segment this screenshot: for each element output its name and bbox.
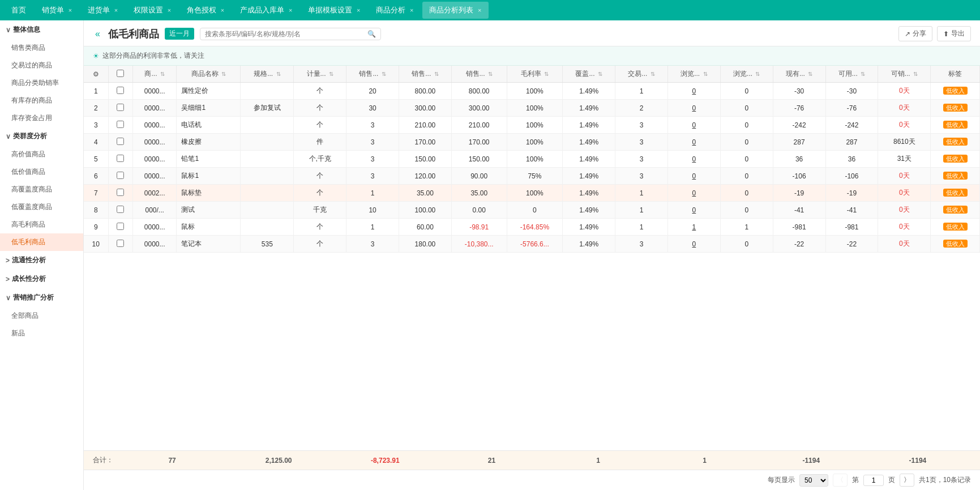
browse-link[interactable]: 0 [692,206,696,214]
close-icon[interactable]: × [410,7,413,14]
row-select-checkbox[interactable] [117,223,124,230]
nav-permissions[interactable]: 权限设置 × [127,2,178,19]
nav-purchase[interactable]: 进货单 × [81,2,125,19]
per-page-select[interactable]: 50 100 200 [799,474,828,487]
sidebar-item-all-goods[interactable]: 全部商品 [0,307,83,325]
row-browse-link[interactable]: 0 [667,100,720,117]
row-checkbox[interactable] [108,100,132,117]
row-checkbox[interactable] [108,236,132,253]
sidebar-item-category-rate[interactable]: 商品分类助销率 [0,74,83,92]
browse-link[interactable]: 1 [692,223,696,231]
sidebar-item-high-margin[interactable]: 高毛利商品 [0,216,83,233]
nav-template[interactable]: 单据模板设置 × [301,2,367,19]
nav-roles[interactable]: 角色授权 × [180,2,231,19]
row-checkbox[interactable] [108,185,132,202]
row-checkbox[interactable] [108,151,132,168]
close-icon[interactable]: × [289,7,292,14]
col-code[interactable]: 商... ⇅ [132,66,177,83]
row-browse-link[interactable]: 0 [667,185,720,202]
row-select-checkbox[interactable] [117,87,124,94]
col-name[interactable]: 商品名称 ⇅ [177,66,241,83]
browse-link[interactable]: 0 [692,104,696,112]
row-checkbox[interactable] [108,83,132,100]
col-available[interactable]: 可用... ⇅ [825,66,878,83]
col-saleable[interactable]: 可销... ⇅ [878,66,931,83]
row-select-checkbox[interactable] [117,172,124,179]
row-select-checkbox[interactable] [117,121,124,128]
next-page-button[interactable]: 〉 [900,474,914,487]
sidebar-group-growth[interactable]: > 成长性分析 [0,270,83,288]
share-button[interactable]: ↗ 分享 [898,26,932,41]
sidebar-item-inventory-capital[interactable]: 库存资金占用 [0,109,83,127]
row-checkbox[interactable] [108,219,132,236]
close-icon[interactable]: × [114,7,118,14]
row-checkbox[interactable] [108,134,132,151]
search-input[interactable] [205,30,365,38]
nav-product-analysis[interactable]: 商品分析 × [369,2,420,19]
row-select-checkbox[interactable] [117,189,124,196]
sidebar-group-marketing[interactable]: ∨ 营销推广分析 [0,288,83,307]
sidebar-group-overall[interactable]: ∨ 整体信息 [0,20,83,39]
row-select-checkbox[interactable] [117,138,124,145]
sidebar-item-high-coverage[interactable]: 高覆盖度商品 [0,181,83,198]
nav-sales[interactable]: 销货单 × [35,2,79,19]
browse-link[interactable]: 0 [692,121,696,129]
row-select-checkbox[interactable] [117,155,124,162]
row-browse-link[interactable]: 0 [667,168,720,185]
select-all-checkbox[interactable] [117,70,124,77]
sidebar-item-stocked-goods[interactable]: 有库存的商品 [0,92,83,109]
row-select-checkbox[interactable] [117,240,124,247]
col-sales-profit[interactable]: 销售... ⇅ [451,66,507,83]
col-sales-amt[interactable]: 销售... ⇅ [399,66,451,83]
col-browse-count[interactable]: 浏览... ⇅ [720,66,773,83]
row-browse-link[interactable]: 1 [667,219,720,236]
row-browse-link[interactable]: 0 [667,151,720,168]
row-browse-link[interactable]: 0 [667,236,720,253]
sidebar-item-traded-goods[interactable]: 交易过的商品 [0,57,83,74]
row-browse-link[interactable]: 0 [667,83,720,100]
browse-link[interactable]: 0 [692,189,696,197]
row-checkbox[interactable] [108,117,132,134]
nav-home[interactable]: 首页 [5,2,33,19]
close-icon[interactable]: × [478,7,481,14]
browse-link[interactable]: 0 [692,138,696,146]
nav-analysis-list[interactable]: 商品分析列表 × [422,2,488,19]
page-number-input[interactable] [863,475,884,486]
export-button[interactable]: ⬆ 导出 [937,26,971,41]
col-unit[interactable]: 计量... ⇅ [294,66,346,83]
col-cover-rate[interactable]: 覆盖... ⇅ [563,66,615,83]
col-transactions[interactable]: 交易... ⇅ [615,66,668,83]
filter-tag-button[interactable]: 近一月 [165,28,194,40]
browse-link[interactable]: 0 [692,172,696,180]
sidebar-item-low-coverage[interactable]: 低覆盖度商品 [0,198,83,216]
col-settings[interactable]: ⚙ [84,66,108,83]
sidebar-item-low-value[interactable]: 低价值商品 [0,163,83,181]
prev-page-button[interactable]: 〈 [833,474,848,487]
row-checkbox[interactable] [108,168,132,185]
search-icon[interactable]: 🔍 [367,30,376,38]
row-select-checkbox[interactable] [117,104,124,111]
col-stock[interactable]: 现有... ⇅ [773,66,825,83]
sidebar-item-high-value[interactable]: 高价值商品 [0,146,83,163]
sidebar-item-low-margin[interactable]: 低毛利商品 [0,233,83,251]
row-browse-link[interactable]: 0 [667,117,720,134]
browse-link[interactable]: 0 [692,87,696,95]
sidebar-item-new-goods[interactable]: 新品 [0,325,83,342]
close-icon[interactable]: × [69,7,72,14]
collapse-sidebar-button[interactable]: « [93,29,102,39]
sidebar-group-cluster[interactable]: ∨ 类群度分析 [0,127,83,146]
sidebar-item-sales-goods[interactable]: 销售类商品 [0,39,83,57]
browse-link[interactable]: 0 [692,155,696,163]
col-spec[interactable]: 规格... ⇅ [241,66,294,83]
row-browse-link[interactable]: 0 [667,134,720,151]
nav-product-entry[interactable]: 产成品入库单 × [233,2,299,19]
close-icon[interactable]: × [168,7,171,14]
col-gross-rate[interactable]: 毛利率 ⇅ [507,66,563,83]
close-icon[interactable]: × [221,7,224,14]
row-browse-link[interactable]: 0 [667,202,720,219]
row-select-checkbox[interactable] [117,206,124,213]
col-browse-link[interactable]: 浏览... ⇅ [667,66,720,83]
row-checkbox[interactable] [108,202,132,219]
close-icon[interactable]: × [357,7,360,14]
sidebar-group-circulation[interactable]: > 流通性分析 [0,251,83,270]
